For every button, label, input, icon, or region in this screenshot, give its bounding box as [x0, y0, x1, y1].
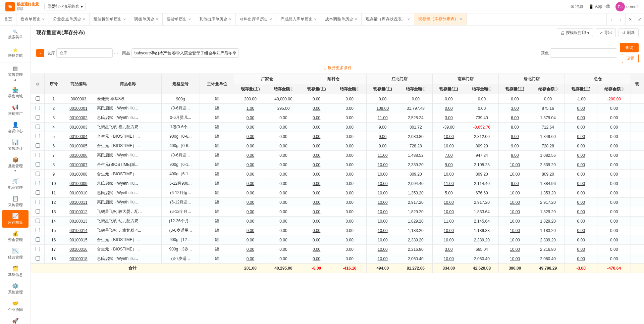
qty-link[interactable]: 0.00 — [313, 247, 320, 252]
code-link[interactable]: 0000003 — [71, 97, 87, 101]
tab-cost-adjust[interactable]: 成本调整单历史 ✕ — [321, 13, 362, 26]
qty-link[interactable]: 7.00 — [445, 153, 452, 158]
sidebar-item-guide[interactable]: 🚀 新手引导 — [0, 315, 31, 324]
tab-purchase-req[interactable]: 要货单历史 ✕ — [163, 13, 195, 26]
row-checkbox[interactable] — [36, 115, 40, 120]
close-icon[interactable]: ✕ — [269, 17, 272, 21]
qty-link[interactable]: 9.00 — [511, 144, 519, 148]
qty-link[interactable]: 10.00 — [510, 172, 520, 177]
qty-link[interactable]: 10.00 — [444, 228, 454, 233]
qty-link[interactable]: 9.00 — [445, 163, 452, 167]
code-link[interactable]: 00100010 — [69, 191, 87, 195]
qty-link[interactable]: 0.00 — [313, 172, 320, 177]
qty-link[interactable]: 0.00 — [313, 219, 320, 224]
nav-close-btn[interactable]: ✕ — [625, 13, 635, 26]
qty-link[interactable]: 0.00 — [247, 181, 254, 186]
qty-link[interactable]: 0.00 — [313, 144, 320, 148]
sidebar-item-basic[interactable]: 🗂️ 基础信息 — [0, 263, 31, 280]
qty-link[interactable]: 0.00 — [247, 134, 254, 139]
info-icon[interactable]: ⓘ — [290, 87, 293, 91]
qty-link[interactable]: 3.00 — [445, 115, 452, 120]
close-icon[interactable]: ✕ — [407, 17, 410, 21]
qty-link[interactable]: 0.00 — [247, 257, 254, 261]
qty-link[interactable]: 10.00 — [444, 200, 454, 205]
close-icon[interactable]: ✕ — [42, 17, 45, 21]
qty-link[interactable]: 0.00 — [313, 115, 320, 120]
qty-link[interactable]: 0.00 — [313, 200, 320, 205]
refresh-btn[interactable]: ↺ 刷新 — [619, 28, 639, 37]
tab-stocktake[interactable]: 盘点单历史 ✕ — [16, 13, 49, 26]
row-checkbox[interactable] — [36, 190, 40, 195]
code-link[interactable]: 00100014 — [69, 228, 87, 233]
code-link[interactable]: 00100016 — [69, 247, 87, 252]
row-checkbox[interactable] — [36, 172, 40, 176]
qty-link[interactable]: 10.00 — [510, 191, 520, 195]
tab-stock-status[interactable]: 现存量（库存状况表） ✕ — [362, 13, 414, 26]
tab-assemble[interactable]: 组装拆卸单历史 ✕ — [90, 13, 130, 26]
qty-link[interactable]: 10.00 — [378, 200, 388, 205]
qty-link[interactable]: 1.00 — [247, 106, 254, 111]
qty-link[interactable]: 0.00 — [445, 106, 452, 111]
row-checkbox[interactable] — [36, 256, 40, 261]
qty-link[interactable]: 10.00 — [444, 210, 454, 214]
tab-transfer[interactable]: 调拨单历史 ✕ — [130, 13, 163, 26]
sidebar-item-retail-mgmt[interactable]: ▤ 零售管理 ▲ — [0, 62, 31, 84]
qty-link[interactable]: 0.00 — [247, 191, 254, 195]
row-check[interactable] — [31, 179, 45, 188]
row-checkbox[interactable] — [36, 143, 40, 148]
code-link[interactable]: 00100001 — [69, 106, 87, 111]
info-icon[interactable]: ⓘ — [422, 87, 425, 91]
qty-link[interactable]: 3.00 — [511, 106, 519, 111]
sidebar-item-retail-stats[interactable]: 📊 零售统计 — [0, 136, 31, 154]
qty-link[interactable]: 0.00 — [313, 163, 320, 167]
qty-link[interactable]: 109.00 — [376, 106, 389, 111]
qty-link[interactable]: 10.00 — [444, 144, 454, 148]
query-btn[interactable]: 查询 — [620, 43, 639, 52]
close-icon[interactable]: ✕ — [355, 17, 357, 21]
qty-link[interactable]: 10.00 — [378, 238, 388, 242]
row-check[interactable] — [31, 245, 45, 254]
qty-link[interactable]: 10.00 — [510, 257, 520, 261]
qty-link[interactable]: 0.00 — [313, 257, 320, 261]
info-icon[interactable]: ⓘ — [621, 87, 624, 91]
code-link[interactable]: 00100018 — [69, 257, 87, 261]
qty-link[interactable]: 0.00 — [313, 210, 320, 214]
row-check[interactable] — [31, 104, 45, 113]
qty-link[interactable]: 10.00 — [378, 191, 388, 195]
row-checkbox[interactable] — [36, 181, 40, 185]
sidebar-item-ecommerce[interactable]: 🛒 电商管理 — [0, 175, 31, 193]
row-checkbox[interactable] — [36, 134, 40, 138]
gear-icon[interactable]: ⚙ — [36, 82, 40, 87]
qty-link[interactable]: 200.00 — [244, 97, 257, 101]
qty-link[interactable]: 0.00 — [313, 106, 320, 111]
row-check[interactable] — [31, 188, 45, 198]
qty-link[interactable]: 11.00 — [444, 181, 454, 186]
tab-material-out[interactable]: 材料出库单历史 ✕ — [236, 13, 276, 26]
qty-link[interactable]: 10.00 — [510, 210, 520, 214]
code-link[interactable]: 00100004 — [69, 134, 87, 139]
search-btn[interactable]: 🔍 搜索英单 — [1, 28, 29, 41]
code-link[interactable]: 00100012 — [69, 210, 87, 214]
qty-link[interactable]: 9.00 — [379, 125, 386, 130]
qty-link[interactable]: 10.00 — [510, 219, 520, 224]
close-icon[interactable]: ✕ — [188, 17, 191, 21]
code-link[interactable]: 00100009 — [69, 181, 87, 186]
row-check[interactable] — [31, 132, 45, 141]
close-icon[interactable]: ✕ — [229, 17, 231, 21]
qty-link[interactable]: 0.00 — [313, 153, 320, 158]
sidebar-item-collab[interactable]: 🤝 企业协同 — [0, 297, 31, 315]
sidebar-item-finance[interactable]: 💰 资金管理 — [0, 228, 31, 245]
qty-link[interactable]: 0.00 — [313, 134, 320, 139]
qty-link[interactable]: 10.00 — [444, 238, 454, 242]
row-check[interactable] — [31, 141, 45, 151]
row-check[interactable] — [31, 254, 45, 264]
filter-toggle-btn[interactable]: › — [36, 49, 44, 57]
qty-link[interactable]: 0.00 — [247, 153, 254, 158]
qty-link[interactable]: 9.00 — [379, 144, 386, 148]
row-check[interactable] — [31, 198, 45, 207]
sidebar-item-inventory[interactable]: 📈 库存核算 — [2, 210, 29, 228]
qty-link[interactable]: 3.00 — [445, 247, 452, 252]
qty-link[interactable]: 10.00 — [510, 228, 520, 233]
info-icon[interactable]: ⓘ — [554, 87, 558, 91]
row-checkbox[interactable] — [36, 96, 40, 101]
